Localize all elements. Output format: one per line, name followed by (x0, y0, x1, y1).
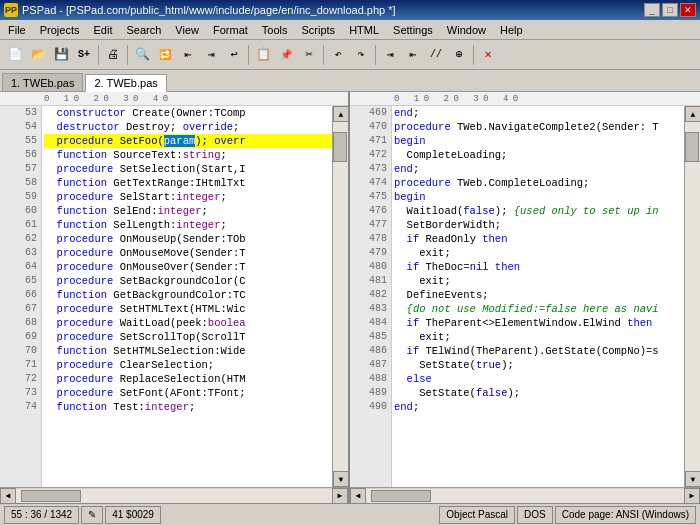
menu-view[interactable]: View (169, 21, 205, 39)
left-code-lines[interactable]: constructor Create(Owner:TComp destructo… (42, 106, 332, 487)
right-ruler-text: 0 10 20 30 40 (394, 94, 523, 104)
left-scroll-down[interactable]: ▼ (333, 471, 348, 487)
code-line-73: procedure SetFont(AFont:TFont; (44, 386, 332, 400)
menu-tools[interactable]: Tools (256, 21, 294, 39)
rln-484: 484 (350, 316, 391, 330)
toolbar-nav1[interactable]: ⇤ (177, 44, 199, 66)
right-scroll-track[interactable] (685, 122, 700, 471)
close-button[interactable]: ✕ (680, 3, 696, 17)
toolbar-indent[interactable]: ⇥ (379, 44, 401, 66)
menu-scripts[interactable]: Scripts (296, 21, 342, 39)
rln-472: 472 (350, 148, 391, 162)
code-line-59: procedure SelStart:integer; (44, 190, 332, 204)
ln-65: 65 (0, 274, 41, 288)
toolbar-copy[interactable]: 📋 (252, 44, 274, 66)
sep3 (248, 45, 249, 65)
menu-format[interactable]: Format (207, 21, 254, 39)
toolbar-outdent[interactable]: ⇤ (402, 44, 424, 66)
right-ruler: 0 10 20 30 40 (350, 92, 700, 106)
ln-64: 64 (0, 260, 41, 274)
rln-476: 476 (350, 204, 391, 218)
right-hscroll-left[interactable]: ◀ (350, 488, 366, 504)
rln-486: 486 (350, 344, 391, 358)
title-bar-buttons: _ □ ✕ (644, 3, 696, 17)
toolbar-redo[interactable]: ↷ (350, 44, 372, 66)
left-hscrollbar[interactable]: ◀ ▶ (0, 487, 348, 503)
ln-68: 68 (0, 316, 41, 330)
toolbar-print[interactable]: 🖨 (102, 44, 124, 66)
toolbar-comment[interactable]: // (425, 44, 447, 66)
right-scroll-up[interactable]: ▲ (685, 106, 700, 122)
rcode-489: SetState(false); (394, 386, 684, 400)
toolbar-search[interactable]: 🔍 (131, 44, 153, 66)
toolbar-close[interactable]: ✕ (477, 44, 499, 66)
rcode-483: {do not use Modified:=false here as navi (394, 302, 684, 316)
right-hscroll-thumb[interactable] (371, 490, 431, 502)
rcode-471: begin (394, 134, 684, 148)
right-scroll-thumb[interactable] (685, 132, 699, 162)
ln-60: 60 (0, 204, 41, 218)
left-scroll-up[interactable]: ▲ (333, 106, 348, 122)
menu-projects[interactable]: Projects (34, 21, 86, 39)
toolbar-cut[interactable]: ✂ (298, 44, 320, 66)
status-position-text: 55 : 36 / 1342 (11, 509, 72, 520)
tab-1[interactable]: 1. TWEb.pas (2, 73, 83, 91)
code-line-72: procedure ReplaceSelection(HTM (44, 372, 332, 386)
rln-488: 488 (350, 372, 391, 386)
status-language: Object Pascal (439, 506, 515, 524)
menu-html[interactable]: HTML (343, 21, 385, 39)
title-bar-left: PP PSPad - [PSPad.com/public_html/www/in… (4, 3, 396, 17)
toolbar-nav2[interactable]: ⇥ (200, 44, 222, 66)
toolbar-nav3[interactable]: ↩ (223, 44, 245, 66)
right-vscrollbar[interactable]: ▲ ▼ (684, 106, 700, 487)
right-scroll-down[interactable]: ▼ (685, 471, 700, 487)
ln-73: 73 (0, 386, 41, 400)
left-hscroll-track[interactable] (16, 489, 332, 503)
toolbar-open[interactable]: 📂 (27, 44, 49, 66)
right-code-area[interactable]: 469 470 471 472 473 474 475 476 477 478 … (350, 106, 700, 487)
menu-window[interactable]: Window (441, 21, 492, 39)
rcode-474: procedure TWeb.CompleteLoading; (394, 176, 684, 190)
toolbar-paste[interactable]: 📌 (275, 44, 297, 66)
rln-487: 487 (350, 358, 391, 372)
menu-bar: File Projects Edit Search View Format To… (0, 20, 700, 40)
toolbar-save[interactable]: 💾 (50, 44, 72, 66)
status-col-text: 41 $0029 (112, 509, 154, 520)
left-hscroll-left[interactable]: ◀ (0, 488, 16, 504)
right-code-lines[interactable]: end; procedure TWeb.NavigateComplete2(Se… (392, 106, 684, 487)
sep6 (473, 45, 474, 65)
toolbar-save2[interactable]: S+ (73, 44, 95, 66)
right-hscroll-track[interactable] (366, 489, 684, 503)
rcode-482: DefineEvents; (394, 288, 684, 302)
menu-file[interactable]: File (2, 21, 32, 39)
left-code-area[interactable]: 53 54 55 56 57 58 59 60 61 62 63 64 65 6… (0, 106, 348, 487)
ln-71: 71 (0, 358, 41, 372)
rln-483: 483 (350, 302, 391, 316)
toolbar-misc[interactable]: ⊕ (448, 44, 470, 66)
maximize-button[interactable]: □ (662, 3, 678, 17)
menu-search[interactable]: Search (120, 21, 167, 39)
left-hscroll-right[interactable]: ▶ (332, 488, 348, 504)
toolbar-undo[interactable]: ↶ (327, 44, 349, 66)
status-modified-icon: ✎ (81, 506, 103, 524)
left-hscroll-thumb[interactable] (21, 490, 81, 502)
rcode-488: else (394, 372, 684, 386)
right-hscroll-right[interactable]: ▶ (684, 488, 700, 504)
menu-help[interactable]: Help (494, 21, 529, 39)
rcode-470: procedure TWeb.NavigateComplete2(Sender:… (394, 120, 684, 134)
menu-settings[interactable]: Settings (387, 21, 439, 39)
tab-2[interactable]: 2. TWEb.pas (85, 74, 166, 92)
rcode-486: if TElWind(TheParent).GetState(CompNo)=s (394, 344, 684, 358)
toolbar-new[interactable]: 📄 (4, 44, 26, 66)
tabs-bar: 1. TWEb.pas 2. TWEb.pas (0, 70, 700, 92)
left-vscrollbar[interactable]: ▲ ▼ (332, 106, 348, 487)
right-hscrollbar[interactable]: ◀ ▶ (350, 487, 700, 503)
sep1 (98, 45, 99, 65)
menu-edit[interactable]: Edit (87, 21, 118, 39)
left-scroll-track[interactable] (333, 122, 348, 471)
code-line-69: procedure SetScrollTop(ScrollT (44, 330, 332, 344)
left-scroll-thumb[interactable] (333, 132, 347, 162)
ln-59: 59 (0, 190, 41, 204)
minimize-button[interactable]: _ (644, 3, 660, 17)
toolbar-replace[interactable]: 🔁 (154, 44, 176, 66)
